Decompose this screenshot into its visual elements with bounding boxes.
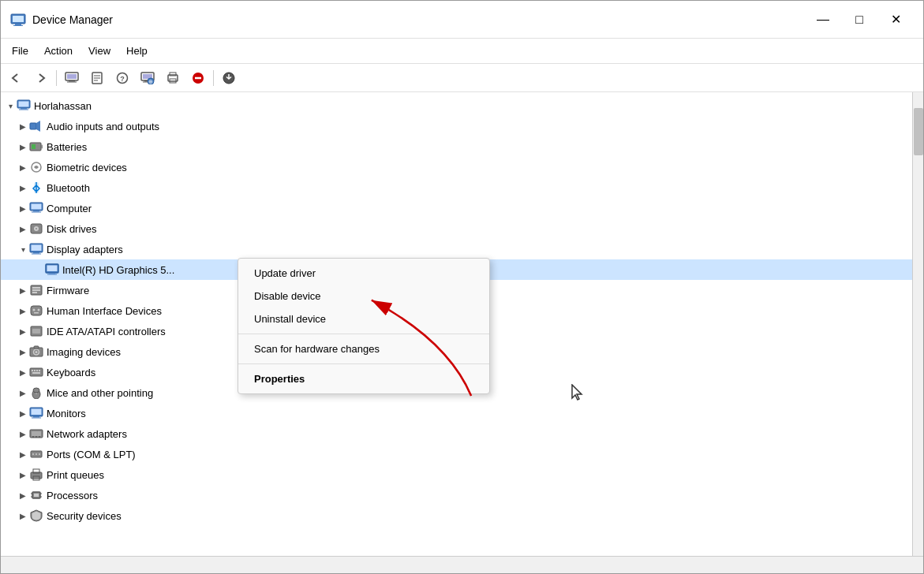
display-label: Display adapters xyxy=(47,244,123,255)
tree-item-display[interactable]: ▾ Display adapters xyxy=(1,239,912,259)
ctx-disable-device[interactable]: Disable device xyxy=(238,285,489,308)
imaging-expander[interactable]: ▶ xyxy=(17,345,29,358)
tree-item-biometric[interactable]: ▶ Biometric devices xyxy=(1,157,912,177)
back-button[interactable] xyxy=(4,67,28,89)
ctx-uninstall-device[interactable]: Uninstall device xyxy=(238,308,489,330)
tree-item-computer[interactable]: ▶ Computer xyxy=(1,198,912,218)
tree-item-disk[interactable]: ▶ Disk drives xyxy=(1,218,912,239)
scrollbar-thumb[interactable] xyxy=(914,108,923,155)
display-icon xyxy=(29,242,43,256)
ctx-properties[interactable]: Properties xyxy=(238,367,489,390)
root-expander[interactable]: ▾ xyxy=(4,99,17,112)
forward-button[interactable] xyxy=(29,67,53,89)
app-icon xyxy=(10,12,26,28)
tree-item-audio[interactable]: ▶ Audio inputs and outputs xyxy=(1,116,912,136)
maximize-button[interactable]: □ xyxy=(841,7,877,32)
root-label: Horlahassan xyxy=(34,100,92,112)
help-button[interactable]: ? xyxy=(110,67,134,89)
ctx-sep-1 xyxy=(238,334,489,334)
processors-label: Processors xyxy=(47,490,98,501)
minimize-button[interactable]: — xyxy=(805,7,841,32)
menu-help[interactable]: Help xyxy=(118,42,155,60)
tree-item-network[interactable]: ▶ Network adapters xyxy=(1,423,912,444)
bluetooth-expander[interactable]: ▶ xyxy=(17,181,29,194)
toolbar-sep-2 xyxy=(213,70,214,86)
update-button[interactable] xyxy=(217,67,241,89)
processors-expander[interactable]: ▶ xyxy=(17,489,29,501)
print-icon xyxy=(29,468,43,482)
hid-icon xyxy=(29,304,43,318)
svg-marker-31 xyxy=(36,121,40,132)
tree-item-monitors[interactable]: ▶ Monitors xyxy=(1,403,912,423)
disk-label: Disk drives xyxy=(47,223,97,235)
menu-file[interactable]: File xyxy=(4,42,36,60)
ctx-scan-hardware[interactable]: Scan for hardware changes xyxy=(238,337,489,360)
svg-point-58 xyxy=(38,309,40,311)
tree-item-security[interactable]: ▶ Security devices xyxy=(1,505,912,526)
batteries-expander[interactable]: ▶ xyxy=(17,140,29,153)
svg-rect-76 xyxy=(32,409,42,416)
tree-item-bluetooth[interactable]: ▶ Bluetooth xyxy=(1,177,912,198)
biometric-expander[interactable]: ▶ xyxy=(17,161,29,173)
computer-label: Computer xyxy=(47,203,92,214)
svg-point-43 xyxy=(36,228,37,229)
ctx-update-driver[interactable]: Update driver xyxy=(238,262,489,285)
ide-expander[interactable]: ▶ xyxy=(17,325,29,337)
scan-button[interactable]: ⊕ xyxy=(136,67,159,89)
biometric-icon xyxy=(29,160,43,174)
security-label: Security devices xyxy=(47,510,122,522)
display-expander[interactable]: ▾ xyxy=(17,243,29,255)
network-expander[interactable]: ▶ xyxy=(17,427,29,440)
remove-button[interactable] xyxy=(186,67,210,89)
hid-label: Human Interface Devices xyxy=(47,305,162,317)
mice-label: Mice and other pointing xyxy=(47,387,153,399)
tree-item-ports[interactable]: ▶ Ports (COM & LPT) xyxy=(1,444,912,464)
svg-rect-53 xyxy=(32,287,40,289)
ports-expander[interactable]: ▶ xyxy=(17,448,29,460)
svg-rect-6 xyxy=(69,80,75,82)
root-icon xyxy=(17,99,31,113)
computer-button[interactable] xyxy=(60,67,84,89)
ide-icon xyxy=(29,324,43,338)
disk-expander[interactable]: ▶ xyxy=(17,222,29,235)
tree-item-processors[interactable]: ▶ Processors xyxy=(1,485,912,505)
menu-view[interactable]: View xyxy=(80,42,118,60)
audio-expander[interactable]: ▶ xyxy=(17,120,29,132)
properties-button[interactable] xyxy=(85,67,109,89)
svg-rect-59 xyxy=(34,312,39,314)
ctx-sep-2 xyxy=(238,363,489,364)
svg-rect-34 xyxy=(32,144,36,149)
svg-point-86 xyxy=(36,453,37,455)
tree-item-batteries[interactable]: ▶ Batteries xyxy=(1,136,912,157)
toolbar-sep-1 xyxy=(56,70,57,86)
monitors-label: Monitors xyxy=(47,408,86,419)
toolbar: ? ⊕ xyxy=(1,64,923,92)
print-button[interactable] xyxy=(161,67,185,89)
svg-point-85 xyxy=(32,453,34,455)
firmware-icon xyxy=(29,283,43,297)
computer-expander[interactable]: ▶ xyxy=(17,202,29,214)
menubar: File Action View Help xyxy=(1,39,923,64)
tree-root[interactable]: ▾ Horlahassan xyxy=(1,95,912,116)
svg-rect-49 xyxy=(47,266,58,272)
svg-point-83 xyxy=(39,436,40,438)
statusbar xyxy=(1,556,923,573)
scrollbar[interactable] xyxy=(912,92,923,556)
batteries-icon xyxy=(29,140,43,154)
security-expander[interactable]: ▶ xyxy=(17,509,29,522)
tree-item-print[interactable]: ▶ Print queues xyxy=(1,464,912,485)
svg-rect-38 xyxy=(32,204,42,210)
hid-expander[interactable]: ▶ xyxy=(17,304,29,317)
device-manager-window: Device Manager — □ ✕ File Action View He… xyxy=(0,0,924,574)
menu-action[interactable]: Action xyxy=(36,42,80,60)
keyboards-expander[interactable]: ▶ xyxy=(17,366,29,378)
print-expander[interactable]: ▶ xyxy=(17,468,29,481)
monitors-expander[interactable]: ▶ xyxy=(17,407,29,419)
svg-rect-77 xyxy=(33,416,39,418)
firmware-expander[interactable]: ▶ xyxy=(17,284,29,296)
svg-rect-39 xyxy=(33,211,39,212)
mice-expander[interactable]: ▶ xyxy=(17,386,29,399)
svg-rect-71 xyxy=(32,372,40,374)
keyboards-icon xyxy=(29,365,43,379)
close-button[interactable]: ✕ xyxy=(877,7,914,32)
